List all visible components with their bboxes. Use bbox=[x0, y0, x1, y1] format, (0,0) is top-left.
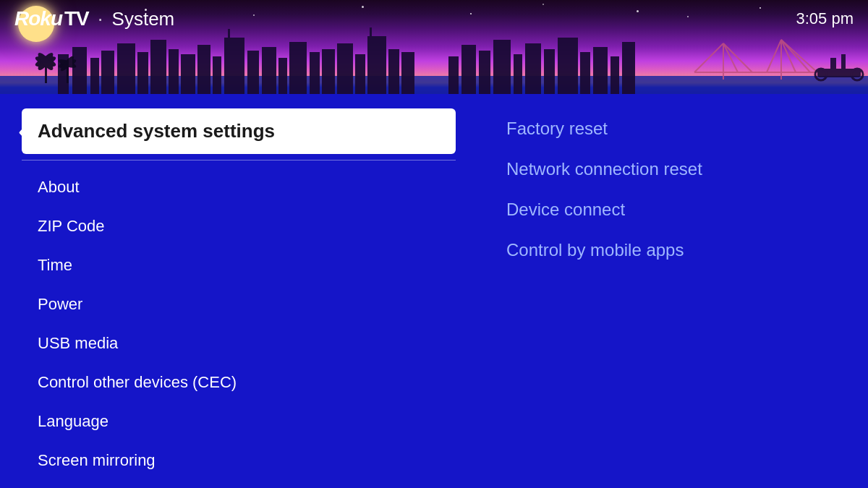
svg-rect-26 bbox=[479, 51, 490, 94]
svg-rect-2 bbox=[72, 47, 87, 94]
right-menu-item-mobile-apps[interactable]: Control by mobile apps bbox=[499, 230, 846, 270]
right-menu-item-factory-reset-label: Factory reset bbox=[506, 119, 608, 138]
header-separator: · bbox=[98, 7, 103, 30]
svg-rect-25 bbox=[461, 45, 476, 94]
svg-rect-8 bbox=[169, 49, 179, 94]
menu-item-time[interactable]: Time bbox=[22, 246, 456, 285]
roku-logo: Roku TV bbox=[14, 7, 89, 30]
city-silhouette bbox=[0, 22, 868, 94]
menu-item-power[interactable]: Power bbox=[22, 285, 456, 324]
menu-item-language[interactable]: Language bbox=[22, 402, 456, 441]
svg-rect-34 bbox=[610, 56, 619, 94]
right-menu-item-device-connect[interactable]: Device connect bbox=[499, 189, 846, 230]
svg-rect-3 bbox=[90, 58, 99, 94]
roku-brand-text: Roku bbox=[14, 7, 62, 30]
right-menu-item-device-connect-label: Device connect bbox=[506, 200, 625, 219]
svg-rect-17 bbox=[310, 52, 320, 94]
svg-rect-13 bbox=[247, 51, 259, 94]
svg-rect-9 bbox=[181, 54, 195, 94]
svg-rect-31 bbox=[558, 38, 578, 94]
right-menu-item-network-reset[interactable]: Network connection reset bbox=[499, 149, 846, 189]
svg-rect-6 bbox=[137, 52, 148, 94]
menu-item-time-label: Time bbox=[38, 256, 72, 274]
svg-line-51 bbox=[723, 43, 738, 72]
svg-rect-24 bbox=[448, 56, 459, 94]
svg-rect-59 bbox=[841, 54, 846, 69]
svg-rect-23 bbox=[401, 52, 414, 94]
svg-rect-10 bbox=[197, 45, 210, 94]
menu-item-usb-media-label: USB media bbox=[38, 334, 118, 352]
menu-item-about-label: About bbox=[38, 178, 80, 196]
roku-tv-text: TV bbox=[64, 7, 89, 30]
menu-item-cec-label: Control other devices (CEC) bbox=[38, 373, 237, 391]
svg-rect-32 bbox=[580, 52, 590, 94]
svg-rect-20 bbox=[355, 54, 365, 94]
menu-item-screen-mirroring[interactable]: Screen mirroring bbox=[22, 441, 456, 480]
menu-item-power-label: Power bbox=[38, 295, 82, 313]
menu-item-software-update[interactable]: Software update bbox=[22, 480, 456, 488]
svg-rect-30 bbox=[544, 49, 555, 94]
section-header-text: Advanced system settings bbox=[38, 120, 275, 142]
menu-item-cec[interactable]: Control other devices (CEC) bbox=[22, 363, 456, 402]
svg-rect-19 bbox=[337, 43, 353, 94]
main-content: Advanced system settings About ZIP Code … bbox=[0, 94, 868, 488]
time-display: 3:05 pm bbox=[796, 9, 854, 28]
menu-item-zipcode[interactable]: ZIP Code bbox=[22, 207, 456, 246]
left-panel: Advanced system settings About ZIP Code … bbox=[0, 94, 477, 488]
svg-rect-12 bbox=[224, 38, 244, 94]
svg-rect-15 bbox=[278, 58, 287, 94]
right-menu-item-network-reset-label: Network connection reset bbox=[506, 159, 702, 179]
svg-rect-35 bbox=[622, 42, 635, 94]
svg-rect-33 bbox=[593, 47, 608, 94]
svg-rect-29 bbox=[525, 43, 541, 94]
svg-rect-28 bbox=[514, 54, 522, 94]
svg-line-54 bbox=[781, 40, 796, 72]
back-button[interactable]: ‹ bbox=[11, 112, 35, 150]
divider bbox=[22, 160, 456, 160]
header: Roku TV · System 3:05 pm bbox=[0, 7, 868, 30]
svg-line-50 bbox=[694, 43, 723, 72]
svg-rect-21 bbox=[367, 36, 386, 94]
svg-rect-4 bbox=[101, 51, 114, 94]
svg-rect-27 bbox=[493, 40, 511, 94]
menu-item-language-label: Language bbox=[38, 412, 109, 430]
svg-rect-18 bbox=[322, 49, 335, 94]
right-panel: Factory reset Network connection reset D… bbox=[477, 94, 868, 488]
svg-rect-16 bbox=[289, 42, 307, 94]
svg-line-56 bbox=[781, 40, 817, 72]
svg-rect-5 bbox=[117, 43, 135, 94]
menu-item-about[interactable]: About bbox=[22, 168, 456, 207]
menu-item-zipcode-label: ZIP Code bbox=[38, 217, 105, 235]
right-menu-item-mobile-apps-label: Control by mobile apps bbox=[506, 240, 684, 260]
svg-line-52 bbox=[723, 43, 752, 72]
header-title: System bbox=[112, 8, 175, 30]
svg-rect-7 bbox=[150, 40, 166, 94]
svg-rect-11 bbox=[213, 56, 221, 94]
svg-rect-14 bbox=[262, 47, 276, 94]
svg-rect-22 bbox=[388, 49, 399, 94]
svg-line-55 bbox=[781, 40, 810, 72]
right-menu-item-factory-reset[interactable]: Factory reset bbox=[499, 108, 846, 149]
section-header: Advanced system settings bbox=[22, 108, 456, 154]
svg-rect-58 bbox=[830, 58, 836, 69]
menu-item-usb-media[interactable]: USB media bbox=[22, 324, 456, 363]
svg-line-53 bbox=[767, 40, 781, 72]
menu-item-screen-mirroring-label: Screen mirroring bbox=[38, 451, 156, 469]
